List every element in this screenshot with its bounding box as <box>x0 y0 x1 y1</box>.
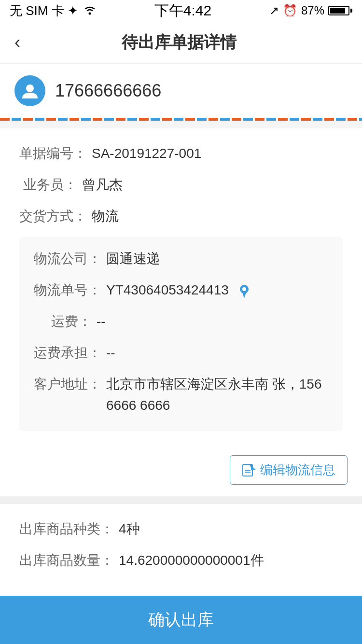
status-time: 下午4:42 <box>154 1 211 21</box>
order-no-row: 单据编号： SA-20191227-001 <box>19 143 343 165</box>
section-divider <box>0 496 362 504</box>
svg-marker-4 <box>242 293 246 298</box>
address-row: 客户地址： 北京市市辖区海淀区永丰南 张，156 6666 6666 <box>34 374 328 417</box>
status-bar: 无 SIM 卡 ✦ 下午4:42 ↗ ⏰ 87% <box>0 0 362 21</box>
freight-bearer-row: 运费承担： -- <box>34 342 328 364</box>
freight-label: 运费： <box>34 311 97 333</box>
svg-point-3 <box>242 287 246 291</box>
status-left: 无 SIM 卡 ✦ <box>10 2 97 19</box>
delivery-label: 交货方式： <box>19 206 92 227</box>
tracking-value: YT43064053424413 <box>106 280 229 301</box>
svg-point-0 <box>88 12 91 14</box>
tracking-value-wrap: YT43064053424413 <box>106 280 328 301</box>
tracking-row: 物流单号： YT43064053424413 <box>34 280 328 301</box>
goods-section: 出库商品种类： 4种 出库商品数量： 14.620000000000001件 <box>0 504 362 586</box>
goods-type-label: 出库商品种类： <box>19 518 119 540</box>
freight-bearer-value: -- <box>106 342 328 364</box>
order-no-value: SA-20191227-001 <box>92 143 343 165</box>
confirm-btn-label: 确认出库 <box>148 609 214 631</box>
no-sim-text: 无 SIM 卡 ✦ <box>10 2 78 19</box>
customer-header: 17666666666 <box>0 64 362 118</box>
battery-icon <box>328 6 352 15</box>
edit-btn-row: 编辑物流信息 <box>0 446 362 496</box>
salesperson-label: 业务员： <box>19 174 82 196</box>
dashed-divider <box>0 118 362 121</box>
logistics-company-row: 物流公司： 圆通速递 <box>34 248 328 270</box>
wifi-icon <box>83 3 97 18</box>
goods-type-row: 出库商品种类： 4种 <box>19 518 343 540</box>
back-button[interactable]: ‹ <box>14 32 30 53</box>
edit-logistics-label: 编辑物流信息 <box>260 462 335 478</box>
page-title: 待出库单据详情 <box>30 31 328 54</box>
logistics-company-label: 物流公司： <box>34 248 106 270</box>
status-right: ↗ ⏰ 87% <box>269 4 352 17</box>
location-icon-wrap[interactable] <box>236 282 253 299</box>
salesperson-value: 曾凡杰 <box>82 174 343 196</box>
freight-bearer-label: 运费承担： <box>34 342 106 364</box>
confirm-outbound-button[interactable]: 确认出库 <box>0 596 362 644</box>
nav-bar: ‹ 待出库单据详情 <box>0 21 362 64</box>
address-value: 北京市市辖区海淀区永丰南 张，156 6666 6666 <box>106 374 328 417</box>
battery-percent: 87% <box>301 4 324 17</box>
alarm-icon: ⏰ <box>283 4 297 17</box>
delivery-value: 物流 <box>92 206 343 227</box>
salesperson-row: 业务员： 曾凡杰 <box>19 174 343 196</box>
address-label: 客户地址： <box>34 374 106 395</box>
basic-info-section: 单据编号： SA-20191227-001 业务员： 曾凡杰 交货方式： 物流 … <box>0 128 362 446</box>
order-no-label: 单据编号： <box>19 143 92 165</box>
goods-quantity-value: 14.620000000000001件 <box>119 550 343 572</box>
customer-phone: 17666666666 <box>55 81 161 101</box>
goods-quantity-label: 出库商品数量： <box>19 550 119 572</box>
logistics-company-value: 圆通速递 <box>106 248 328 270</box>
tracking-label: 物流单号： <box>34 280 106 301</box>
delivery-row: 交货方式： 物流 <box>19 206 343 227</box>
logistics-card: 物流公司： 圆通速递 物流单号： YT43064053424413 运费： -- <box>19 237 343 431</box>
svg-point-1 <box>26 84 34 92</box>
goods-type-value: 4种 <box>119 518 343 540</box>
goods-quantity-row: 出库商品数量： 14.620000000000001件 <box>19 550 343 572</box>
avatar <box>14 75 45 106</box>
freight-row: 运费： -- <box>34 311 328 333</box>
edit-logistics-button[interactable]: 编辑物流信息 <box>230 455 348 485</box>
freight-value: -- <box>97 311 328 333</box>
location-arrow-icon: ↗ <box>269 4 279 17</box>
